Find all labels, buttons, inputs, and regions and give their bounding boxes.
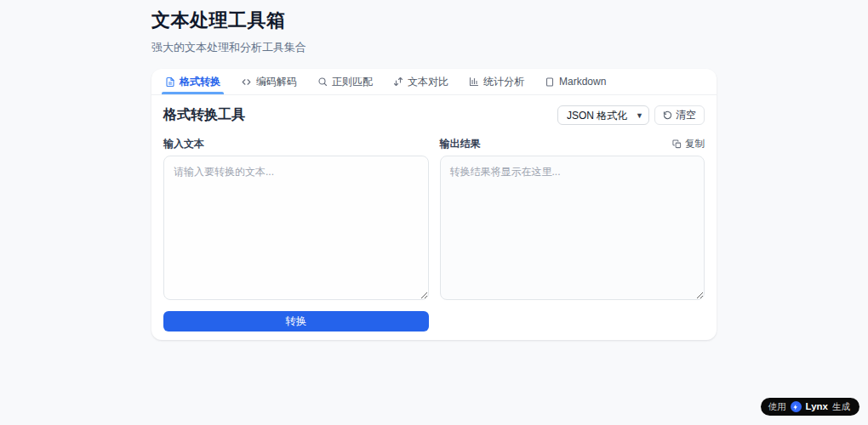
tab-label: 编码解码 — [256, 75, 297, 89]
tab-bar: 格式转换 编码解码 正则匹配 文本对比 — [151, 69, 717, 95]
tab-encode-decode[interactable]: 编码解码 — [239, 69, 299, 94]
tab-regex-match[interactable]: 正则匹配 — [316, 69, 374, 94]
tab-label: 文本对比 — [408, 75, 448, 89]
panel-title: 格式转换工具 — [163, 106, 245, 124]
tab-statistics[interactable]: 统计分析 — [467, 69, 526, 94]
output-textarea[interactable] — [440, 156, 705, 300]
copy-button[interactable]: 复制 — [672, 138, 705, 150]
mode-select[interactable]: JSON 格式化 — [557, 105, 649, 125]
format-convert-panel: 格式转换工具 JSON 格式化 ▼ 清空 — [151, 95, 717, 340]
markdown-icon — [545, 76, 555, 88]
clear-button[interactable]: 清空 — [654, 105, 705, 125]
convert-button[interactable]: 转换 — [163, 311, 429, 332]
input-column: 输入文本 转换 — [163, 137, 429, 332]
search-icon — [317, 76, 328, 87]
badge-brand: Lynx — [806, 402, 828, 412]
tab-label: Markdown — [559, 76, 606, 88]
document-icon — [165, 76, 175, 88]
tab-label: 统计分析 — [483, 75, 524, 89]
copy-icon — [672, 139, 682, 149]
tab-text-compare[interactable]: 文本对比 — [391, 69, 450, 94]
code-icon — [241, 76, 252, 88]
tab-label: 格式转换 — [180, 75, 220, 89]
tab-format-convert[interactable]: 格式转换 — [163, 69, 222, 94]
lynx-generated-badge[interactable]: 使用 Lynx 生成 — [761, 398, 859, 416]
input-label: 输入文本 — [163, 137, 204, 151]
badge-suffix: 生成 — [832, 402, 850, 411]
badge-prefix: 使用 — [768, 402, 786, 411]
page-header: 文本处理工具箱 强大的文本处理和分析工具集合 — [151, 0, 717, 55]
mode-select-wrap: JSON 格式化 ▼ — [557, 105, 649, 125]
output-column: 输出结果 复制 — [440, 137, 705, 332]
tab-label: 正则匹配 — [332, 75, 373, 89]
page-title: 文本处理工具箱 — [151, 8, 717, 33]
swap-arrows-icon — [393, 76, 403, 87]
page-subtitle: 强大的文本处理和分析工具集合 — [151, 40, 717, 55]
clear-button-label: 清空 — [676, 108, 696, 122]
toolbox-card: 格式转换 编码解码 正则匹配 文本对比 — [151, 69, 717, 340]
input-textarea[interactable] — [163, 156, 429, 300]
reset-icon — [663, 110, 672, 120]
output-label: 输出结果 — [440, 137, 481, 151]
bar-chart-icon — [469, 76, 479, 87]
tab-markdown[interactable]: Markdown — [543, 69, 608, 94]
lynx-logo-icon — [791, 401, 802, 412]
copy-button-label: 复制 — [685, 138, 705, 150]
